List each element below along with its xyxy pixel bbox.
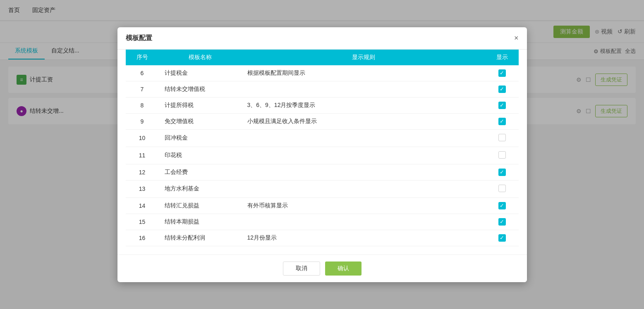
cell-id: 13 [126,180,159,197]
checkbox-checked[interactable]: ✓ [498,69,506,77]
cell-rule [242,164,486,180]
cell-checkbox: ✓ [486,113,519,129]
cell-id: 9 [126,113,159,129]
cell-id: 11 [126,147,159,164]
cell-id: 8 [126,97,159,113]
cell-name: 结转未交增值税 [159,81,242,97]
table-row: 16结转未分配利润12月份显示✓ [126,230,519,246]
cell-rule: 小规模且满足收入条件显示 [242,113,486,129]
cell-name: 计提所得税 [159,97,242,113]
modal-template-config: 模板配置 × 序号 模板名称 显示规则 显示 6计提税金根据模板配置期间显示✓7… [117,27,527,282]
cell-checkbox: ✓ [486,81,519,97]
table-row: 6计提税金根据模板配置期间显示✓ [126,65,519,81]
modal-header: 模板配置 × [117,27,527,50]
cell-id: 16 [126,230,159,246]
modal-title: 模板配置 [126,34,152,43]
cell-checkbox: ✓ [486,197,519,214]
cell-name: 结转本期损益 [159,214,242,230]
cell-name: 地方水利基金 [159,180,242,197]
checkbox-unchecked[interactable] [498,151,506,159]
cell-checkbox: ✓ [486,164,519,180]
cell-checkbox [486,129,519,147]
col-name: 模板名称 [159,50,242,65]
table-row: 15结转本期损益✓ [126,214,519,230]
checkbox-unchecked[interactable] [498,134,506,141]
col-display: 显示 [486,50,519,65]
cell-name: 工会经费 [159,164,242,180]
table-row: 10回冲税金 [126,129,519,147]
cell-id: 14 [126,197,159,214]
cell-id: 10 [126,129,159,147]
cell-checkbox: ✓ [486,214,519,230]
table-body: 6计提税金根据模板配置期间显示✓7结转未交增值税✓8计提所得税3、6、9、12月… [126,65,519,246]
table-row: 11印花税 [126,147,519,164]
col-id: 序号 [126,50,159,65]
table-row: 14结转汇兑损益有外币核算显示✓ [126,197,519,214]
checkbox-checked[interactable]: ✓ [498,202,506,209]
confirm-button[interactable]: 确认 [325,261,362,276]
table-row: 9免交增值税小规模且满足收入条件显示✓ [126,113,519,129]
cell-rule: 有外币核算显示 [242,197,486,214]
cell-id: 12 [126,164,159,180]
checkbox-checked[interactable]: ✓ [498,118,506,125]
modal-close-button[interactable]: × [514,34,519,43]
cell-checkbox: ✓ [486,230,519,246]
checkbox-checked[interactable]: ✓ [498,102,506,109]
cell-checkbox [486,180,519,197]
cell-checkbox: ✓ [486,65,519,81]
checkbox-checked[interactable]: ✓ [498,234,506,242]
cell-checkbox: ✓ [486,97,519,113]
cell-name: 免交增值税 [159,113,242,129]
cell-name: 结转未分配利润 [159,230,242,246]
checkbox-checked[interactable]: ✓ [498,218,506,226]
checkbox-checked[interactable]: ✓ [498,86,506,93]
cell-name: 计提税金 [159,65,242,81]
checkbox-checked[interactable]: ✓ [498,169,506,176]
cell-rule: 12月份显示 [242,230,486,246]
cancel-button[interactable]: 取消 [283,261,320,276]
cell-rule [242,214,486,230]
cell-id: 15 [126,214,159,230]
col-rule: 显示规则 [242,50,486,65]
cell-id: 7 [126,81,159,97]
modal-footer: 取消 确认 [117,254,527,282]
cell-rule [242,129,486,147]
config-table: 序号 模板名称 显示规则 显示 6计提税金根据模板配置期间显示✓7结转未交增值税… [126,50,519,246]
cell-name: 回冲税金 [159,129,242,147]
cell-rule: 3、6、9、12月按季度显示 [242,97,486,113]
cell-checkbox [486,147,519,164]
table-row: 13地方水利基金 [126,180,519,197]
checkbox-unchecked[interactable] [498,185,506,192]
cell-rule [242,147,486,164]
cell-name: 结转汇兑损益 [159,197,242,214]
cell-rule [242,180,486,197]
modal-overlay: 模板配置 × 序号 模板名称 显示规则 显示 6计提税金根据模板配置期间显示✓7… [0,0,644,309]
cell-rule: 根据模板配置期间显示 [242,65,486,81]
table-row: 12工会经费✓ [126,164,519,180]
table-row: 7结转未交增值税✓ [126,81,519,97]
table-header: 序号 模板名称 显示规则 显示 [126,50,519,65]
cell-id: 6 [126,65,159,81]
table-row: 8计提所得税3、6、9、12月按季度显示✓ [126,97,519,113]
modal-body: 序号 模板名称 显示规则 显示 6计提税金根据模板配置期间显示✓7结转未交增值税… [117,50,527,254]
cell-name: 印花税 [159,147,242,164]
cell-rule [242,81,486,97]
